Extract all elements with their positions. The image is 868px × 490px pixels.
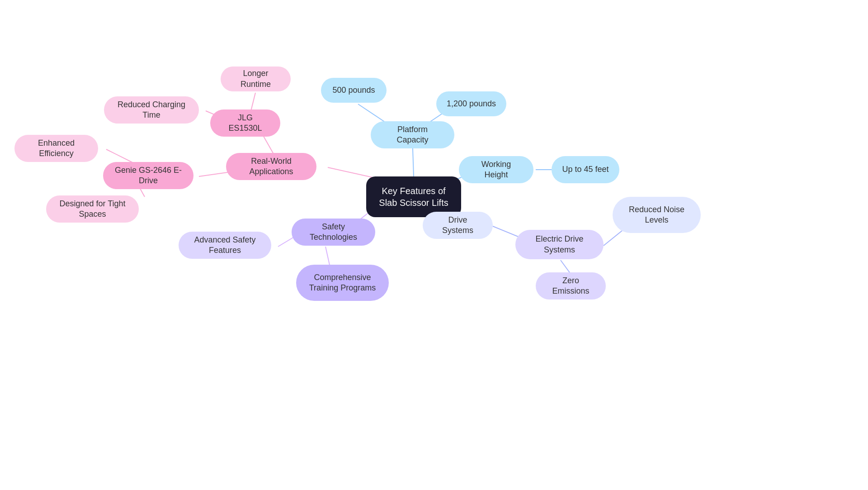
svg-line-8 bbox=[561, 260, 571, 274]
jlg-node: JLG ES1530L bbox=[210, 109, 280, 137]
real-world-label: Real-World Applications bbox=[236, 156, 307, 177]
reduced-charging-node: Reduced Charging Time bbox=[104, 96, 199, 124]
working-height-label: Working Height bbox=[469, 159, 524, 181]
safety-tech-label: Safety Technologies bbox=[302, 222, 365, 243]
pounds-500-label: 500 pounds bbox=[332, 85, 375, 95]
center-label: Key Features of Slab Scissor Lifts bbox=[376, 185, 451, 209]
reduced-charging-label: Reduced Charging Time bbox=[114, 100, 189, 121]
genie-label: Genie GS-2646 E-Drive bbox=[113, 165, 184, 186]
zero-emissions-label: Zero Emissions bbox=[546, 276, 596, 297]
pounds-1200-label: 1,200 pounds bbox=[447, 99, 496, 109]
drive-systems-node: Drive Systems bbox=[423, 212, 493, 239]
safety-tech-node: Safety Technologies bbox=[292, 219, 375, 246]
working-height-node: Working Height bbox=[459, 156, 533, 183]
drive-systems-label: Drive Systems bbox=[433, 215, 483, 236]
electric-drive-label: Electric Drive Systems bbox=[525, 234, 594, 255]
electric-drive-node: Electric Drive Systems bbox=[515, 230, 604, 259]
enhanced-efficiency-label: Enhanced Efficiency bbox=[24, 138, 88, 159]
svg-line-17 bbox=[106, 149, 133, 163]
svg-line-11 bbox=[326, 247, 330, 267]
longer-runtime-label: Longer Runtime bbox=[231, 68, 281, 90]
up-to-45-node: Up to 45 feet bbox=[552, 156, 619, 183]
genie-node: Genie GS-2646 E-Drive bbox=[103, 162, 193, 189]
real-world-node: Real-World Applications bbox=[226, 153, 316, 180]
platform-capacity-node: Platform Capacity bbox=[371, 121, 454, 148]
advanced-safety-node: Advanced Safety Features bbox=[179, 232, 271, 259]
reduced-noise-node: Reduced Noise Levels bbox=[613, 197, 701, 233]
tight-spaces-node: Designed for Tight Spaces bbox=[46, 195, 139, 223]
svg-line-14 bbox=[251, 93, 255, 111]
training-label: Comprehensive Training Programs bbox=[306, 272, 379, 294]
platform-capacity-label: Platform Capacity bbox=[381, 124, 444, 146]
pounds-500-node: 500 pounds bbox=[321, 78, 387, 103]
jlg-label: JLG ES1530L bbox=[220, 113, 270, 134]
zero-emissions-node: Zero Emissions bbox=[536, 272, 606, 300]
tight-spaces-label: Designed for Tight Spaces bbox=[56, 199, 129, 220]
svg-line-1 bbox=[358, 104, 385, 122]
center-node: Key Features of Slab Scissor Lifts bbox=[366, 176, 461, 217]
longer-runtime-node: Longer Runtime bbox=[221, 67, 291, 91]
enhanced-efficiency-node: Enhanced Efficiency bbox=[14, 135, 98, 162]
pounds-1200-node: 1,200 pounds bbox=[436, 91, 506, 116]
advanced-safety-label: Advanced Safety Features bbox=[189, 235, 261, 256]
up-to-45-label: Up to 45 feet bbox=[562, 164, 609, 175]
training-node: Comprehensive Training Programs bbox=[296, 265, 389, 301]
reduced-noise-label: Reduced Noise Levels bbox=[623, 205, 691, 226]
